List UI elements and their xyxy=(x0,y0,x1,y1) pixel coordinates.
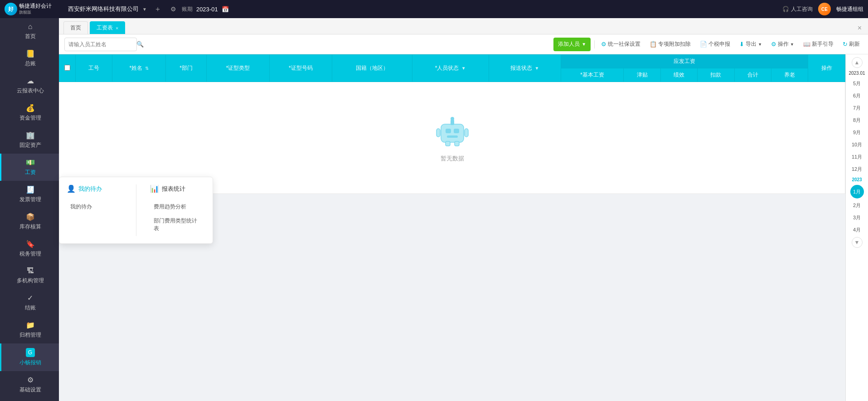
refresh-action[interactable]: ↻ 刷新 xyxy=(840,39,863,50)
search-icon[interactable]: 🔍 xyxy=(136,41,144,48)
month-item-5[interactable]: 5月 xyxy=(846,77,868,90)
toolbar-divider-1 xyxy=(594,40,595,48)
top-right: 🎧 人工咨询 CE 畅捷通组组 xyxy=(782,3,863,15)
export-label: 导出 xyxy=(746,40,756,48)
status-filter-icon[interactable]: ▼ xyxy=(461,66,466,71)
sidebar-item-assets[interactable]: 🏢 固定资产 xyxy=(0,126,59,154)
sidebar-item-multi[interactable]: 🏗 多机构管理 xyxy=(0,262,59,289)
tab-home[interactable]: 首页 xyxy=(63,21,88,34)
month-nav-up[interactable]: ▲ xyxy=(852,57,863,68)
sidebar-item-reports[interactable]: ☁ 云报表中心 xyxy=(0,72,59,99)
tab-payroll-table[interactable]: 工资表 × xyxy=(90,21,125,34)
select-all-checkbox[interactable] xyxy=(64,65,70,71)
special-deduction-label: 专项附加扣除 xyxy=(658,40,691,48)
th-allowance: 津贴 xyxy=(624,68,660,82)
refresh-label: 刷新 xyxy=(849,40,860,48)
toolbar: 🔍 添加人员 ▼ ⚙ 统一社保设置 📋 专项附加扣除 📄 xyxy=(59,34,868,54)
operations-action[interactable]: ⚙ 操作 ▼ xyxy=(768,39,797,50)
sidebar-item-invoice[interactable]: 🧾 发票管理 xyxy=(0,181,59,208)
month-item-9[interactable]: 9月 xyxy=(846,126,868,139)
popup-item-dept-cost[interactable]: 部门费用类型统计表 xyxy=(150,214,206,235)
sidebar-item-label: 工资 xyxy=(25,169,36,176)
month-item-7[interactable]: 7月 xyxy=(846,102,868,114)
sidebar-item-label: 首页 xyxy=(25,33,36,40)
name-sort-icon[interactable]: ⇅ xyxy=(145,66,149,71)
company-area: 西安虾米网络科技有限公司 ▼ ＋ ⚙ 账期 2023-01 📅 xyxy=(59,5,782,14)
th-pension: 养老 xyxy=(771,68,808,82)
month-item-3[interactable]: 3月 xyxy=(846,212,868,224)
support-button[interactable]: 🎧 人工咨询 xyxy=(782,5,813,13)
search-input[interactable] xyxy=(68,41,136,48)
expense-icon: G xyxy=(26,348,35,357)
sidebar-item-label: 资金管理 xyxy=(19,114,41,122)
support-label: 人工咨询 xyxy=(791,5,813,13)
th-base-salary: *基本工资 xyxy=(561,68,623,82)
sidebar-item-label: 固定资产 xyxy=(19,141,41,149)
add-person-button[interactable]: 添加人员 ▼ xyxy=(553,38,591,51)
company-name[interactable]: 西安虾米网络科技有限公司 xyxy=(68,5,139,13)
sidebar-item-label: 多机构管理 xyxy=(17,277,44,285)
popup-menu: 👤 我的待办 我的待办 📊 报表统计 费用趋势分析 部门费用类型统计表 xyxy=(59,177,213,244)
close-main-button[interactable]: × xyxy=(856,22,863,34)
sidebar-item-label: 库存核算 xyxy=(19,223,41,231)
refresh-icon: ↻ xyxy=(843,41,848,48)
month-item-1-active[interactable]: 1月 xyxy=(850,185,864,198)
guide-action[interactable]: 📖 新手引导 xyxy=(800,39,836,50)
popup-col-todo-header: 👤 我的待办 xyxy=(67,184,122,196)
period-value: 2023-01 xyxy=(196,6,218,13)
export-dropdown-icon: ▼ xyxy=(758,42,762,47)
month-item-11[interactable]: 11月 xyxy=(846,151,868,163)
company-dropdown-icon[interactable]: ▼ xyxy=(142,7,147,12)
sidebar-item-funds[interactable]: 💰 资金管理 xyxy=(0,99,59,126)
tab-close-icon[interactable]: × xyxy=(116,25,118,31)
ledger-icon: 📒 xyxy=(26,49,35,58)
popup-item-cost-trend[interactable]: 费用趋势分析 xyxy=(150,200,206,213)
svg-rect-8 xyxy=(446,141,450,146)
month-item-10[interactable]: 10月 xyxy=(846,139,868,151)
sidebar-item-expense[interactable]: G 小畅报销 xyxy=(0,343,59,371)
search-wrap: 🔍 xyxy=(64,38,137,51)
funds-icon: 💰 xyxy=(26,104,35,112)
sidebar-item-archive[interactable]: 📁 归档管理 xyxy=(0,316,59,343)
svg-rect-7 xyxy=(465,129,468,137)
sidebar-item-basic[interactable]: ⚙ 基础设置 xyxy=(0,371,59,398)
sidebar-item-tax[interactable]: 🔖 税务管理 xyxy=(0,235,59,262)
sidebar-item-ledger[interactable]: 📒 总账 xyxy=(0,45,59,72)
sidebar-item-home[interactable]: ⌂ 首页 xyxy=(0,18,59,45)
month-item-6[interactable]: 6月 xyxy=(846,90,868,102)
th-salary-group: 应发工资 xyxy=(561,55,808,68)
month-item-12[interactable]: 12月 xyxy=(846,163,868,175)
user-name[interactable]: 畅捷通组组 xyxy=(836,5,863,13)
period-calendar-icon[interactable]: 📅 xyxy=(222,6,229,13)
export-icon: ⬇ xyxy=(739,41,744,48)
tab-home-label: 首页 xyxy=(70,24,81,32)
month-item-4[interactable]: 4月 xyxy=(846,224,868,236)
th-report-status: 报送状态 ▼ xyxy=(489,55,561,82)
tax-report-action[interactable]: 📄 个税申报 xyxy=(697,39,733,50)
logo-text: 畅捷通好会计 旗舰版 xyxy=(19,3,52,15)
top-add-button[interactable]: ＋ xyxy=(150,5,165,14)
settle-icon: ✓ xyxy=(27,294,33,302)
special-deduction-icon: 📋 xyxy=(650,41,657,48)
svg-rect-1 xyxy=(446,129,451,133)
month-nav-down[interactable]: ▼ xyxy=(852,237,863,248)
popup-item-my-todo[interactable]: 我的待办 xyxy=(67,200,122,213)
export-action[interactable]: ⬇ 导出 ▼ xyxy=(737,39,765,50)
month-item-8[interactable]: 8月 xyxy=(846,114,868,126)
social-security-action[interactable]: ⚙ 统一社保设置 xyxy=(598,39,643,50)
select-all-checkbox-header[interactable] xyxy=(59,55,76,82)
report-filter-icon[interactable]: ▼ xyxy=(534,66,539,71)
th-operations: 操作 xyxy=(808,55,845,82)
inventory-icon: 📦 xyxy=(26,213,35,221)
month-item-2[interactable]: 2月 xyxy=(846,199,868,212)
top-gear-icon[interactable]: ⚙ xyxy=(169,5,178,13)
logo-area: 好 畅捷通好会计 旗舰版 xyxy=(5,3,59,15)
sidebar-item-inventory[interactable]: 📦 库存核算 xyxy=(0,208,59,235)
sidebar-item-guide[interactable]: ▷ 新手引导 xyxy=(0,398,59,401)
tab-payroll-label: 工资表 xyxy=(97,24,113,32)
right-panel-header: 2023.01 xyxy=(847,69,867,77)
special-deduction-action[interactable]: 📋 专项附加扣除 xyxy=(647,39,693,50)
sidebar-item-payroll[interactable]: 💵 工资 xyxy=(0,154,59,181)
sidebar-item-settle[interactable]: ✓ 结账 xyxy=(0,289,59,316)
add-person-dropdown-icon: ▼ xyxy=(582,42,586,47)
